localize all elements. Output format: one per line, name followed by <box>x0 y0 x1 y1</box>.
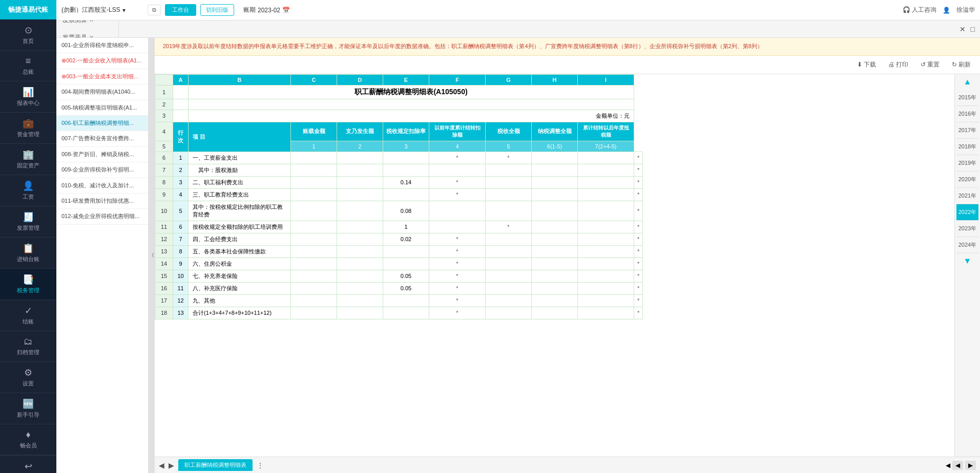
cell-r1-c4[interactable]: * <box>429 152 486 164</box>
cell-r11-c8[interactable]: * <box>634 282 643 294</box>
cell-r2-c6[interactable] <box>532 164 578 176</box>
cell-r2-c5[interactable] <box>486 164 532 176</box>
cell-r10-c5[interactable] <box>486 270 532 282</box>
cell-r3-c5[interactable] <box>486 176 532 188</box>
cell-r5-c4[interactable] <box>429 201 486 221</box>
cell-r12-c4[interactable]: * <box>429 294 486 307</box>
cell-r5-c1[interactable] <box>291 201 337 221</box>
cell-r3-c8[interactable]: * <box>634 176 643 188</box>
reset-btn[interactable]: ↺ 重置 <box>918 59 943 71</box>
cell-r7-c2[interactable] <box>337 233 383 245</box>
cell-r12-c1[interactable] <box>291 294 337 307</box>
cell-r8-c7[interactable] <box>578 245 634 257</box>
row-item-6[interactable]: 按税收规定全额扣除的职工培训费用 <box>189 221 291 233</box>
left-panel-item-011[interactable]: 011-研发费用加计扣除优惠... <box>56 193 148 209</box>
cell-r13-c1[interactable] <box>291 307 337 319</box>
cell-r3-c2[interactable] <box>337 176 383 188</box>
sidebar-item-new-guide[interactable]: 🆕新手引导 <box>0 393 56 424</box>
cell-r4-c8[interactable]: * <box>634 188 643 201</box>
cell-r3-c7[interactable] <box>578 176 634 188</box>
cell-r10-c4[interactable]: * <box>429 270 486 282</box>
year-scroll-up[interactable]: ▲ <box>961 74 975 90</box>
cell-r11-c1[interactable] <box>291 282 337 294</box>
cell-r2-c3[interactable] <box>383 164 429 176</box>
year-btn-2024年[interactable]: 2024年 <box>956 237 978 253</box>
cell-r6-c2[interactable] <box>337 221 383 233</box>
year-btn-2021年[interactable]: 2021年 <box>956 188 978 204</box>
cell-r7-c4[interactable]: * <box>429 233 486 245</box>
cell-r3-c4[interactable]: * <box>429 176 486 188</box>
period-selector[interactable]: 账期 2023-02 📅 <box>243 6 290 14</box>
cell-r11-c2[interactable] <box>337 282 383 294</box>
cell-r5-c2[interactable] <box>337 201 383 221</box>
switch-old-btn[interactable]: 切到旧版 <box>200 4 234 16</box>
collapse-handle[interactable]: 《 <box>149 38 155 473</box>
cell-r3-c3[interactable]: 0.14 <box>383 176 429 188</box>
row-item-13[interactable]: 合计(1+3+4+7+8+9+10+11+12) <box>189 307 291 319</box>
cell-r9-c7[interactable] <box>578 257 634 270</box>
sidebar-item-report[interactable]: 📊报表中心 <box>0 81 56 113</box>
tab-invoice-calc[interactable]: 发票测算✕ <box>56 20 119 29</box>
download-btn[interactable]: ⬇ 下载 <box>854 59 879 71</box>
row-item-5[interactable]: 其中：按税收规定比例扣除的职工教育经费 <box>189 201 291 221</box>
bottom-nav-right[interactable]: ▶ <box>169 461 174 469</box>
cell-r9-c8[interactable]: * <box>634 257 643 270</box>
cell-r5-c3[interactable]: 0.08 <box>383 201 429 221</box>
sidebar-item-cancel-fixed[interactable]: ↩ 取消固定 <box>0 456 56 473</box>
cell-r7-c1[interactable] <box>291 233 337 245</box>
cell-r4-c3[interactable] <box>383 188 429 201</box>
year-btn-2015年[interactable]: 2015年 <box>956 90 978 106</box>
year-btn-2017年[interactable]: 2017年 <box>956 122 978 139</box>
sidebar-item-asset-mgmt[interactable]: 💼资金管理 <box>0 113 56 144</box>
cell-r8-c2[interactable] <box>337 245 383 257</box>
support-link[interactable]: 🎧 人工咨询 <box>903 6 936 14</box>
close-tab-btn[interactable]: ✕ <box>958 24 967 34</box>
sidebar-item-home[interactable]: ⊙首页 <box>0 19 56 51</box>
cell-r6-c5[interactable]: * <box>486 221 532 233</box>
cell-r11-c3[interactable]: 0.05 <box>383 282 429 294</box>
sidebar-item-settings[interactable]: ⚙设置 <box>0 362 56 393</box>
cell-r6-c4[interactable] <box>429 221 486 233</box>
cell-r7-c6[interactable] <box>532 233 578 245</box>
cell-r6-c8[interactable]: * <box>634 221 643 233</box>
year-btn-2020年[interactable]: 2020年 <box>956 171 978 188</box>
cell-r4-c7[interactable] <box>578 188 634 201</box>
row-item-1[interactable]: 一、工资薪金支出 <box>189 152 291 164</box>
cell-r8-c4[interactable]: * <box>429 245 486 257</box>
cell-r2-c1[interactable] <box>291 164 337 176</box>
cell-r6-c1[interactable] <box>291 221 337 233</box>
scroll-right-btn[interactable]: ▶ <box>965 461 976 470</box>
sidebar-item-payroll[interactable]: 👤工资 <box>0 175 56 206</box>
left-panel-item-001[interactable]: 001-企业所得税年度纳税申... <box>56 38 148 53</box>
row-item-7[interactable]: 四、工会经费支出 <box>189 233 291 245</box>
row-item-2[interactable]: 其中：股权激励 <box>189 164 291 176</box>
cell-r13-c3[interactable] <box>383 307 429 319</box>
cell-r9-c3[interactable] <box>383 257 429 270</box>
cell-r13-c8[interactable]: * <box>634 307 643 319</box>
cell-r5-c7[interactable] <box>578 201 634 221</box>
cell-r8-c3[interactable] <box>383 245 429 257</box>
cell-r4-c2[interactable] <box>337 188 383 201</box>
user-avatar[interactable]: 👤 <box>943 7 950 14</box>
copy-btn[interactable]: ⧉ <box>148 5 161 15</box>
left-panel-item-005[interactable]: 005-纳税调整项目明细表(A1... <box>56 100 148 116</box>
cell-r9-c2[interactable] <box>337 257 383 270</box>
bottom-nav-left[interactable]: ◀ <box>159 461 164 469</box>
year-btn-2022年[interactable]: 2022年 <box>956 204 978 221</box>
cell-r13-c4[interactable]: * <box>429 307 486 319</box>
cell-r1-c7[interactable] <box>578 152 634 164</box>
row-item-3[interactable]: 二、职工福利费支出 <box>189 176 291 188</box>
cell-r13-c2[interactable] <box>337 307 383 319</box>
left-panel-item-010[interactable]: 010-免税、减计收入及加计... <box>56 178 148 193</box>
cell-r2-c8[interactable]: * <box>634 164 643 176</box>
cell-r8-c5[interactable] <box>486 245 532 257</box>
cell-r7-c8[interactable]: * <box>634 233 643 245</box>
cell-r13-c7[interactable] <box>578 307 634 319</box>
cell-r4-c4[interactable]: * <box>429 188 486 201</box>
cell-r7-c3[interactable]: 0.02 <box>383 233 429 245</box>
cell-r6-c7[interactable] <box>578 221 634 233</box>
cell-r4-c6[interactable] <box>532 188 578 201</box>
bottom-tab-active[interactable]: 职工薪酬纳税调整明细表 <box>178 459 253 471</box>
cell-r5-c5[interactable] <box>486 201 532 221</box>
cell-r9-c4[interactable]: * <box>429 257 486 270</box>
